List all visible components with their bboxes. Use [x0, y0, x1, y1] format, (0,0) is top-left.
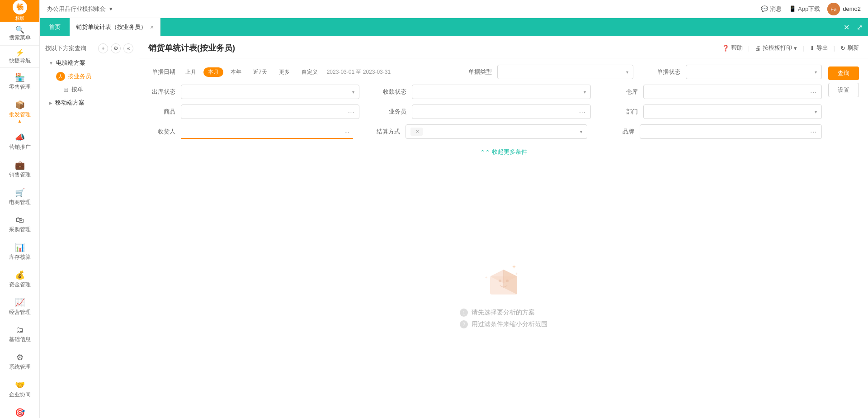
product-select[interactable]: ··· — [181, 104, 359, 119]
tab-home[interactable]: 首页 — [40, 18, 70, 36]
tree-section-pc[interactable]: ▼ 电脑端方案 — [40, 56, 139, 70]
logo-subtext: 标版 — [15, 15, 24, 22]
sidebar-item-basic[interactable]: 🗂 基础信息 — [0, 321, 39, 348]
warehouse-dots: ··· — [810, 88, 817, 95]
salesman-dots: ··· — [579, 108, 586, 115]
tree-item-by-order[interactable]: ⊞ 按单 — [40, 83, 139, 96]
date-label: 单据日期 — [148, 68, 175, 76]
page-title: 销货单统计表(按业务员) — [148, 43, 235, 53]
svg-text:✦: ✦ — [512, 264, 516, 270]
sidebar-item-enterprise[interactable]: 🤝 企业协同 — [0, 375, 39, 403]
out-status-select[interactable]: ▾ — [181, 85, 359, 99]
sidebar-quick-nav[interactable]: ⚡ 快捷导航 — [0, 46, 39, 68]
warehouse-label: 仓库 — [611, 88, 638, 96]
date-buttons: 上月 本月 本年 近7天 更多 自定义 2023-03-01 至 2023-03… — [181, 67, 391, 77]
more-btn[interactable]: 更多 — [274, 67, 294, 77]
sidebar-item-purchase[interactable]: 🛍 采购管理 — [0, 211, 39, 238]
sidebar-item-inventory[interactable]: 📊 库存核算 — [0, 238, 39, 266]
sidebar-logo[interactable]: 畅 标版 — [0, 0, 40, 22]
sidebar-item-marketing[interactable]: 📣 营销推广 — [0, 128, 39, 156]
svg-point-8 — [506, 280, 509, 282]
sidebar-item-finance[interactable]: 💰 资金管理 — [0, 266, 39, 293]
inventory-icon: 📊 — [15, 242, 25, 252]
left-panel-header: 按以下方案查询 + ⚙ « — [40, 41, 139, 56]
collapse-filter-button[interactable]: ⌃⌃ 收起更多条件 — [148, 144, 859, 160]
query-button[interactable]: 查询 — [828, 66, 859, 80]
tab-maximize-icon[interactable]: ⤢ — [855, 21, 864, 33]
doc-type-dropdown-icon: ▾ — [626, 70, 628, 75]
product-label: 商品 — [148, 108, 175, 116]
username-label: demo2 — [843, 5, 861, 12]
refresh-button[interactable]: ↻ 刷新 — [840, 44, 859, 52]
sidebar-item-operations[interactable]: 📈 经营管理 — [0, 293, 39, 321]
topbar-title: 办公用品行业模拟账套 — [47, 5, 106, 13]
page-header-actions: ❓ 帮助 | 🖨 按模板打印 ▾ | ⬇ 导出 | — [722, 44, 859, 52]
dept-select[interactable]: ▾ — [643, 104, 822, 119]
help-button[interactable]: ❓ 帮助 — [722, 44, 743, 52]
payment-dropdown-icon: ▾ — [580, 129, 582, 134]
date-range-text: 2023-03-01 至 2023-03-31 — [327, 68, 391, 76]
empty-hint-2: 2 用过滤条件来缩小分析范围 — [460, 320, 547, 328]
empty-state: ✦ ✦ ✦ 1 请先选择要分析的方案 2 用过滤条件来缩小分析范围 — [139, 166, 868, 418]
sidebar-item-wholesale[interactable]: 📦 批发管理 ▲ — [0, 95, 39, 128]
salesman-select[interactable]: ··· — [412, 104, 590, 119]
receiver-input[interactable] — [181, 124, 353, 139]
tab-sales-stats[interactable]: 销货单统计表（按业务员） × — [70, 18, 160, 36]
sidebar-item-retail[interactable]: 🏪 零售管理 — [0, 68, 39, 95]
sidebar-search[interactable]: 🔍 搜索菜单 — [0, 22, 39, 46]
left-panel-actions: + ⚙ « — [98, 43, 133, 53]
filter-row-4: 收货人 ··· 结算方式 × — [148, 124, 822, 139]
tab-close-icon[interactable]: × — [150, 24, 154, 31]
receiver-dots[interactable]: ··· — [344, 128, 349, 135]
retail-icon: 🏪 — [15, 72, 25, 82]
sidebar-item-system[interactable]: ⚙ 系统管理 — [0, 348, 39, 375]
sidebar-item-sales[interactable]: 💼 销售管理 — [0, 156, 39, 183]
this-year-btn[interactable]: 本年 — [226, 67, 246, 77]
tabbar-actions: ✕ ⤢ — [838, 21, 868, 33]
filter-row-1: 单据日期 上月 本月 本年 近7天 更多 自定义 2023-03-01 至 20… — [148, 65, 822, 79]
empty-illustration: ✦ ✦ ✦ — [481, 256, 526, 301]
doc-type-label: 单据类型 — [465, 68, 492, 76]
last7-btn[interactable]: 近7天 — [249, 67, 272, 77]
tabbar: 首页 销货单统计表（按业务员） × ✕ ⤢ — [40, 18, 868, 36]
receiver-label: 收货人 — [148, 128, 175, 136]
main-area: 办公用品行业模拟账套 ▾ 💬 消息 📱 App下载 Ea demo2 — [40, 0, 868, 418]
brand-select[interactable]: ··· — [640, 124, 822, 139]
print-button[interactable]: 🖨 按模板打印 ▾ — [755, 44, 797, 52]
sidebar-item-newbie[interactable]: 🎯 新手引导 — [0, 403, 39, 418]
message-icon: 💬 — [761, 5, 768, 12]
export-icon: ⬇ — [810, 45, 815, 52]
scheme-settings-button[interactable]: ⚙ — [111, 43, 121, 53]
product-dots: ··· — [348, 108, 355, 115]
topbar: 办公用品行业模拟账套 ▾ 💬 消息 📱 App下载 Ea demo2 — [40, 0, 868, 18]
print-icon: 🖨 — [755, 45, 761, 52]
order-icon: ⊞ — [63, 86, 69, 93]
app-download-button[interactable]: 📱 App下载 — [789, 5, 820, 13]
this-month-btn[interactable]: 本月 — [203, 67, 223, 77]
doc-status-select[interactable]: ▾ — [686, 65, 822, 79]
settings-button[interactable]: 设置 — [828, 83, 859, 97]
custom-btn[interactable]: 自定义 — [297, 67, 322, 77]
out-status-dropdown-icon: ▾ — [352, 90, 354, 95]
topbar-dropdown[interactable]: ▾ — [109, 5, 113, 12]
purchase-icon: 🛍 — [16, 215, 24, 225]
collapse-panel-button[interactable]: « — [123, 43, 133, 53]
message-button[interactable]: 💬 消息 — [761, 5, 782, 13]
payment-tag-close[interactable]: × — [416, 128, 419, 135]
filter-row-3: 商品 ··· 业务员 ··· 部 — [148, 104, 822, 119]
last-month-btn[interactable]: 上月 — [181, 67, 201, 77]
payment-select[interactable]: × ▾ — [406, 124, 588, 139]
tree-section-mobile[interactable]: ▶ 移动端方案 — [40, 96, 139, 109]
tab-close-window-icon[interactable]: ✕ — [842, 21, 851, 33]
sidebar-item-ecommerce[interactable]: 🛒 电商管理 — [0, 183, 39, 211]
user-menu[interactable]: Ea demo2 — [827, 3, 861, 15]
basic-icon: 🗂 — [16, 325, 24, 335]
tree-item-salesman[interactable]: 人 按业务员 — [40, 70, 139, 83]
add-scheme-button[interactable]: + — [98, 43, 108, 53]
export-button[interactable]: ⬇ 导出 — [810, 44, 828, 52]
doc-type-select[interactable]: ▾ — [497, 65, 633, 79]
warehouse-select[interactable]: ··· — [643, 85, 822, 99]
pay-status-select[interactable]: ▾ — [412, 85, 590, 99]
print-dropdown-icon: ▾ — [794, 45, 797, 52]
app-icon: 📱 — [789, 5, 796, 12]
